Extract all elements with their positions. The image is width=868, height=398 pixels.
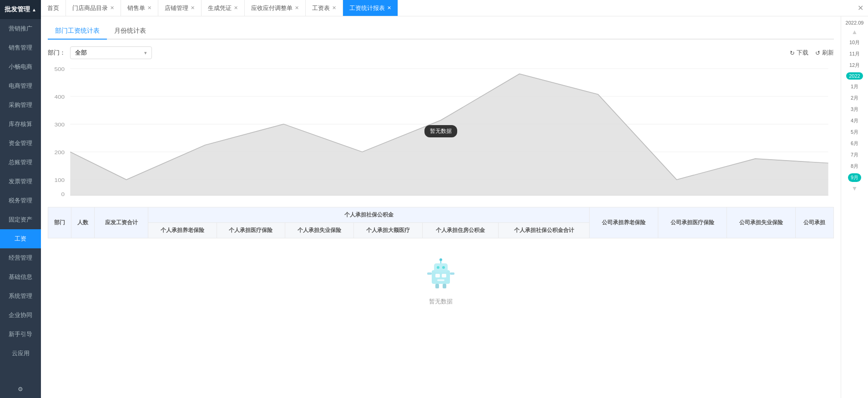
tab-close-store-catalog[interactable]: ✕ [110, 5, 114, 11]
timeline-jun[interactable]: 6月 [848, 139, 861, 148]
svg-rect-23 [450, 272, 454, 275]
dept-select-value: 全部 [75, 49, 87, 57]
sub-tab-dept[interactable]: 部门工资统计表 [48, 23, 107, 40]
timeline-current-date[interactable]: 2022.09 [846, 20, 864, 25]
tab-store-manage[interactable]: 店铺管理 ✕ [158, 0, 202, 16]
svg-text:300: 300 [54, 121, 65, 128]
svg-rect-25 [443, 284, 446, 288]
tab-close-payroll-report[interactable]: ✕ [387, 5, 391, 11]
timeline-panel: 2022.09 ▲ 10月 11月 12月 2022 1月 2月 3月 4月 5… [841, 16, 868, 398]
col-company-medical: 公司承担医疗保险 [658, 207, 727, 238]
svg-rect-14 [435, 274, 440, 277]
svg-text:0: 0 [61, 191, 65, 197]
sidebar-title: 批发管理 [5, 5, 30, 14]
tab-home[interactable]: 首页 [41, 0, 66, 16]
sidebar-item-qyxt[interactable]: 企业协同 [0, 306, 41, 325]
sidebar: 批发管理 ▲ 营销推广 销售管理 小畅电商 电商管理 采购管理 库存核算 资金管… [0, 0, 41, 398]
timeline-feb[interactable]: 2月 [848, 94, 861, 102]
sub-tabs: 部门工资统计表 月份统计表 [48, 23, 834, 40]
sidebar-item-yxtz[interactable]: 营销推广 [0, 19, 41, 38]
timeline-sep[interactable]: 9月 [848, 173, 861, 182]
svg-rect-24 [435, 284, 439, 288]
data-table: 部门 人数 应发工资合计 个人承担社保公积金 公司承担养老保险 公司承担医疗保险… [48, 207, 834, 238]
tab-close-all[interactable]: ✕ [853, 4, 868, 12]
timeline-aug[interactable]: 8月 [848, 162, 861, 171]
timeline-up-arrow[interactable]: ▲ [850, 27, 859, 37]
col-company-unemploy: 公司承担失业保险 [727, 207, 795, 238]
tab-generate-voucher[interactable]: 生成凭证 ✕ [202, 0, 245, 16]
col-personal-unemploy: 个人承担失业保险 [285, 223, 354, 238]
svg-rect-15 [442, 274, 446, 277]
dept-label: 部门： [48, 49, 66, 57]
sidebar-item-cgg[interactable]: 采购管理 [0, 96, 41, 115]
toolbar-right: ↻ 下载 ↺ 刷新 [790, 49, 834, 57]
svg-text:500: 500 [54, 66, 65, 72]
refresh-button[interactable]: ↺ 刷新 [815, 49, 834, 57]
sidebar-item-swgl[interactable]: 税务管理 [0, 191, 41, 210]
timeline-year-2022[interactable]: 2022 [846, 72, 863, 80]
sidebar-item-zzgl[interactable]: 总账管理 [0, 153, 41, 172]
col-personal-total: 个人承担社保公积金合计 [498, 223, 589, 238]
sub-tab-month[interactable]: 月份统计表 [107, 23, 153, 40]
tab-payroll[interactable]: 工资表 ✕ [306, 0, 343, 16]
tab-close-store-manage[interactable]: ✕ [191, 5, 195, 11]
sidebar-item-xsgl[interactable]: 销售管理 [0, 38, 41, 57]
col-group-personal: 个人承担社保公积金 [148, 207, 590, 223]
sidebar-item-gdze[interactable]: 固定资产 [0, 210, 41, 229]
timeline-nov[interactable]: 11月 [847, 50, 863, 58]
sidebar-header[interactable]: 批发管理 ▲ [0, 0, 41, 19]
empty-state: 暂无数据 [48, 238, 834, 324]
sidebar-item-xcdsh[interactable]: 小畅电商 [0, 57, 41, 76]
timeline-apr[interactable]: 4月 [848, 116, 861, 125]
timeline-down-arrow[interactable]: ▼ [850, 183, 859, 193]
sidebar-item-jcxx[interactable]: 基础信息 [0, 267, 41, 287]
tab-payroll-report[interactable]: 工资统计报表 ✕ [343, 0, 398, 16]
col-company-other: 公司承担 [795, 207, 833, 238]
sidebar-item-gz[interactable]: 工资 [0, 229, 41, 248]
col-company-pension: 公司承担养老保险 [590, 207, 658, 238]
col-total-salary: 应发工资合计 [95, 207, 148, 238]
sidebar-footer-settings[interactable]: ⚙ [0, 380, 41, 398]
sidebar-item-kchj[interactable]: 库存核算 [0, 115, 41, 134]
svg-rect-17 [434, 263, 448, 272]
tab-close-ar-ap[interactable]: ✕ [295, 5, 299, 11]
svg-rect-22 [427, 272, 432, 275]
tab-close-sales[interactable]: ✕ [147, 5, 151, 11]
sidebar-item-xtgl[interactable]: 系统管理 [0, 287, 41, 306]
tab-ar-ap[interactable]: 应收应付调整单 ✕ [245, 0, 306, 16]
col-dept: 部门 [48, 207, 71, 238]
chevron-down-icon: ▾ [144, 50, 147, 56]
toolbar: 部门： 全部 ▾ ↻ 下载 ↺ 刷新 [48, 46, 834, 59]
timeline-may[interactable]: 5月 [848, 128, 861, 136]
chart-container: 500 400 300 200 100 0 [48, 64, 834, 200]
toolbar-left: 部门： 全部 ▾ [48, 46, 152, 59]
table-scroll[interactable]: 部门 人数 应发工资合计 个人承担社保公积金 公司承担养老保险 公司承担医疗保险… [48, 207, 834, 324]
main-area: 首页 门店商品目录 ✕ 销售单 ✕ 店铺管理 ✕ 生成凭证 ✕ 应收应付调整单 … [41, 0, 868, 398]
empty-text: 暂无数据 [429, 297, 453, 306]
download-button[interactable]: ↻ 下载 [790, 49, 808, 57]
sidebar-item-zjgl[interactable]: 资金管理 [0, 134, 41, 153]
refresh-icon: ↺ [815, 50, 820, 56]
col-personal-pension: 个人承担养老保险 [148, 223, 217, 238]
sidebar-item-dsgll[interactable]: 电商管理 [0, 76, 41, 96]
tab-store-catalog[interactable]: 门店商品目录 ✕ [66, 0, 121, 16]
timeline-oct[interactable]: 10月 [847, 38, 863, 47]
sidebar-item-fpgl[interactable]: 发票管理 [0, 172, 41, 191]
sidebar-arrow: ▲ [32, 7, 36, 12]
timeline-jul[interactable]: 7月 [848, 151, 861, 159]
svg-point-21 [439, 258, 442, 261]
sidebar-item-xsyd[interactable]: 新手引导 [0, 325, 41, 344]
timeline-mar[interactable]: 3月 [848, 105, 861, 114]
tab-sales[interactable]: 销售单 ✕ [121, 0, 158, 16]
svg-point-18 [437, 266, 439, 269]
sidebar-item-yyyg[interactable]: 云应用 [0, 344, 41, 363]
tab-close-generate-voucher[interactable]: ✕ [234, 5, 238, 11]
svg-point-19 [442, 266, 445, 269]
timeline-dec[interactable]: 12月 [847, 61, 863, 70]
timeline-jan[interactable]: 1月 [848, 82, 861, 91]
settings-icon: ⚙ [18, 386, 23, 393]
col-personal-housing: 个人承担住房公积金 [422, 223, 498, 238]
sidebar-item-jygl[interactable]: 经营管理 [0, 248, 41, 267]
tab-close-payroll[interactable]: ✕ [332, 5, 336, 11]
dept-select[interactable]: 全部 ▾ [70, 46, 152, 59]
